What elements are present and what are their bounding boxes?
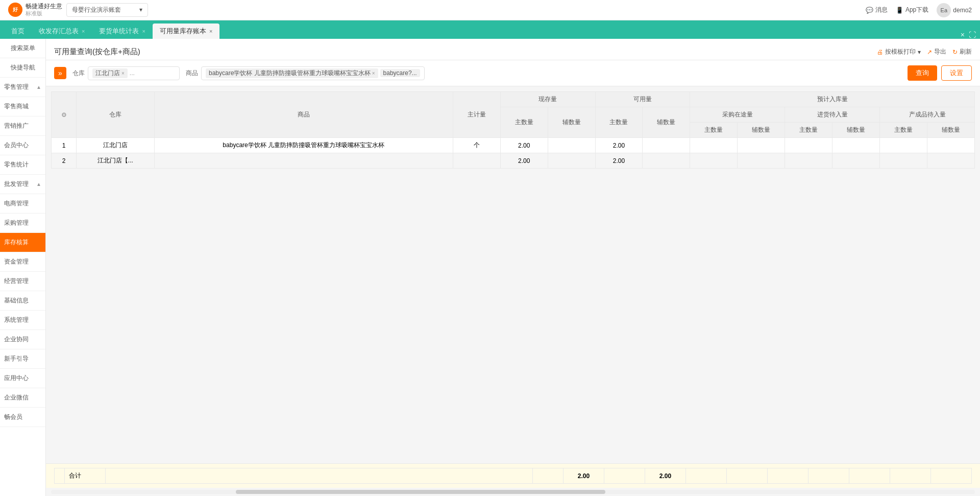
row-1-products-main	[880, 138, 927, 153]
row-2-warehouse: 江北门店【...	[77, 153, 155, 169]
warehouse-input[interactable]: 江北门店 × ...	[88, 66, 180, 80]
row-2-index: 2	[52, 153, 77, 169]
row-2-incoming-aux	[832, 153, 880, 169]
table-row: 2 江北门店【... 2.00 2.00	[52, 153, 975, 169]
row-2-stock-main: 2.00	[500, 153, 548, 169]
sidebar-marketing-label: 营销推广	[4, 122, 29, 130]
row-1-index: 1	[52, 138, 77, 153]
warehouse-tag-remove[interactable]: ×	[121, 70, 125, 76]
table-settings-icon[interactable]: ⚙	[61, 111, 67, 119]
sidebar-item-retail-mall[interactable]: 零售商城	[0, 97, 45, 116]
product-tag-2[interactable]: babycare?...	[380, 69, 420, 77]
tab-available-stock[interactable]: 可用量库存账本 ×	[153, 23, 219, 39]
sidebar-item-guide[interactable]: 新手引导	[0, 349, 45, 369]
avatar: Ea	[937, 3, 951, 17]
sidebar-item-app[interactable]: 应用中心	[0, 369, 45, 388]
summary-avail-main: 2.00	[645, 468, 686, 484]
message-btn[interactable]: 💬 消息	[866, 6, 888, 14]
industry-selector[interactable]: 母婴行业演示账套 ▾	[66, 3, 148, 17]
sidebar-item-enterprise[interactable]: 企业协同	[0, 330, 45, 349]
sidebar-quick-nav[interactable]: 快捷导航	[0, 58, 45, 78]
col-warehouse-header: 仓库	[77, 92, 155, 138]
col-purchase-aux: 辅数量	[738, 123, 785, 138]
chevron-icon: ▲	[36, 84, 41, 90]
print-chevron: ▾	[918, 49, 921, 56]
refresh-btn[interactable]: ↻ 刷新	[952, 48, 972, 56]
app-icon: 📱	[896, 7, 903, 14]
expand-tab-btn[interactable]: ⛶	[969, 31, 976, 39]
warehouse-label: 仓库	[72, 69, 85, 78]
row-1-incoming-main	[785, 138, 832, 153]
tab-order-stat-close[interactable]: ×	[142, 28, 145, 34]
tab-order-stat[interactable]: 要货单统计表 ×	[92, 23, 152, 39]
message-label: 消息	[875, 6, 888, 14]
content-area: 可用量查询(按仓库+商品) 🖨 按模板打印 ▾ ↗ 导出 ↻ 刷新	[46, 39, 980, 496]
export-icon: ↗	[927, 49, 932, 56]
product-tag-1-remove[interactable]: ×	[372, 70, 375, 76]
sidebar-wholesale-label: 批发管理	[4, 180, 29, 188]
sidebar-item-member[interactable]: 会员中心	[0, 136, 45, 155]
sidebar-item-retail-mgmt[interactable]: 零售管理 ▲	[0, 78, 45, 97]
table-row: 1 江北门店 babycare学饮杯 儿童防摔防撞吸管杯重力球吸嘴杯宝宝水杯 个…	[52, 138, 975, 153]
tab-order-stat-label: 要货单统计表	[99, 27, 139, 36]
row-1-products-aux	[927, 138, 974, 153]
product-filter-group: 商品 babycare学饮杯 儿童防摔防撞吸管杯重力球吸嘴杯宝宝水杯 × bab…	[186, 66, 425, 80]
row-1-stock-main: 2.00	[500, 138, 548, 153]
settings-button[interactable]: 设置	[941, 65, 972, 81]
sidebar-item-vip[interactable]: 畅会员	[0, 408, 45, 427]
horizontal-scrollbar[interactable]	[51, 490, 975, 494]
col-incoming-main: 主数量	[785, 123, 832, 138]
expand-icon: »	[58, 69, 62, 77]
tab-receipt[interactable]: 收发存汇总表 ×	[32, 23, 92, 39]
close-tab-btn[interactable]: ×	[961, 31, 965, 39]
sidebar-operations-label: 经营管理	[4, 277, 29, 286]
sidebar-item-inventory[interactable]: 库存核算	[0, 233, 45, 252]
sidebar-item-retail-stats[interactable]: 零售统计	[0, 155, 45, 175]
user-area[interactable]: Ea demo2	[937, 3, 972, 17]
sidebar-search[interactable]: 搜索菜单	[0, 39, 45, 58]
row-1-stock-aux	[548, 138, 595, 153]
tab-receipt-close[interactable]: ×	[82, 28, 85, 34]
col-available-header: 可用量	[595, 92, 690, 107]
sidebar-vip-label: 畅会员	[4, 413, 22, 421]
col-settings[interactable]: ⚙	[52, 92, 77, 138]
sidebar-item-sys-mgmt[interactable]: 系统管理	[0, 311, 45, 330]
query-button[interactable]: 查询	[908, 65, 937, 81]
tab-receipt-label: 收发存汇总表	[39, 27, 79, 36]
sidebar-item-ecommerce[interactable]: 电商管理	[0, 194, 45, 214]
page-title: 可用量查询(按仓库+商品)	[54, 47, 140, 57]
sidebar-app-label: 应用中心	[4, 374, 29, 383]
sidebar-item-wechat[interactable]: 企业微信	[0, 388, 45, 408]
export-btn[interactable]: ↗ 导出	[927, 48, 946, 56]
table-container: ⚙ 仓库 商品 主计量 现存量 可用量 预计入库量 主数量 辅数量 主数量 辅数…	[46, 86, 980, 463]
col-main-unit-header: 主计量	[453, 92, 500, 138]
col-purchase-main: 主数量	[690, 123, 738, 138]
col-products-main: 主数量	[880, 123, 927, 138]
col-avail-aux: 辅数量	[643, 107, 690, 138]
sidebar-item-wholesale[interactable]: 批发管理 ▲	[0, 175, 45, 194]
sidebar-item-basics[interactable]: 基础信息	[0, 291, 45, 311]
col-stock-aux: 辅数量	[548, 107, 595, 138]
sidebar-retail-stats-label: 零售统计	[4, 160, 29, 169]
sidebar-item-marketing[interactable]: 营销推广	[0, 116, 45, 136]
product-tag-1[interactable]: babycare学饮杯 儿童防摔防撞吸管杯重力球吸嘴杯宝宝水杯 ×	[206, 68, 378, 78]
top-bar: 好 畅捷通好生意 标准版 母婴行业演示账套 ▾ 💬 消息 📱 App下载 Ea …	[0, 0, 980, 20]
sidebar-item-operations[interactable]: 经营管理	[0, 272, 45, 291]
row-1-purchase-main	[690, 138, 738, 153]
username: demo2	[953, 7, 972, 14]
app-download-btn[interactable]: 📱 App下载	[896, 6, 928, 14]
sidebar-item-purchase[interactable]: 采购管理	[0, 214, 45, 233]
sidebar-sys-label: 系统管理	[4, 316, 29, 324]
sidebar-item-finance[interactable]: 资金管理	[0, 252, 45, 272]
warehouse-tag-1[interactable]: 江北门店 ×	[92, 68, 128, 78]
print-btn[interactable]: 🖨 按模板打印 ▾	[877, 48, 921, 56]
row-1-unit: 个	[453, 138, 500, 153]
tab-home[interactable]: 首页	[4, 23, 32, 39]
print-label: 按模板打印	[885, 48, 916, 56]
tab-available-stock-close[interactable]: ×	[209, 28, 212, 34]
refresh-label: 刷新	[960, 48, 972, 56]
expand-btn[interactable]: »	[54, 67, 66, 79]
warehouse-ellipsis[interactable]: ...	[130, 69, 135, 77]
product-input[interactable]: babycare学饮杯 儿童防摔防撞吸管杯重力球吸嘴杯宝宝水杯 × babyca…	[201, 66, 425, 80]
avatar-initials: Ea	[941, 7, 947, 13]
